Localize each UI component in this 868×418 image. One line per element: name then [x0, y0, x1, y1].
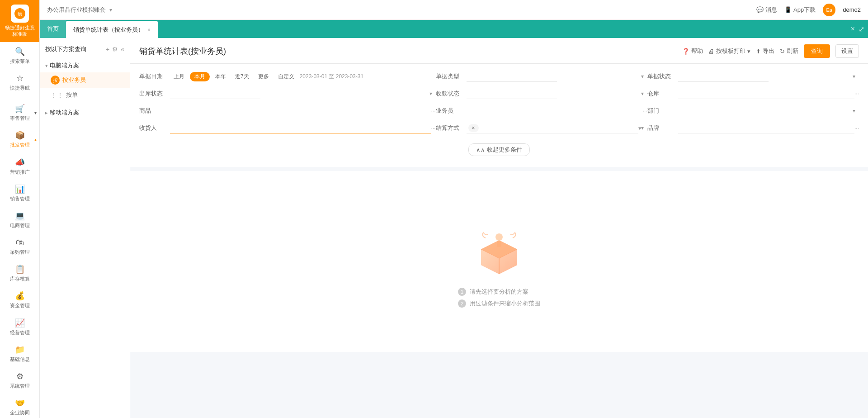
title-dropdown-icon[interactable]: ▾	[109, 7, 112, 13]
doc-status-label: 单据状态	[647, 72, 675, 81]
dept-input[interactable]	[678, 105, 769, 116]
panel-header-text: 按以下方案查询	[45, 45, 86, 53]
staff-item-label: 按业务员	[62, 76, 86, 84]
filter-row-3: 商品 ··· 业务员 ··· 部门	[139, 105, 859, 116]
section-divider	[130, 167, 868, 171]
user-name: demo2	[843, 6, 861, 13]
panel-item-by-order[interactable]: ⋮⋮ 按单	[40, 88, 130, 102]
panel-mobile-header[interactable]: ▸ 移动端方案	[40, 106, 130, 119]
print-button[interactable]: 🖨 按模板打印 ▾	[708, 47, 750, 55]
date-more[interactable]: 更多	[255, 71, 273, 82]
operations-icon: 📈	[15, 318, 25, 328]
date-current-month[interactable]: 本月	[190, 72, 210, 81]
sidebar-item-marketing[interactable]: 📣 营销推广	[0, 153, 39, 180]
pay-status-label: 收款状态	[436, 90, 463, 98]
payment-tag-close[interactable]: ×	[472, 125, 475, 131]
right-content: 销货单统计表(按业务员) ❓ 帮助 🖨 按模板打印 ▾ ⬆ 导出	[130, 38, 868, 418]
header-right: 💬 消息 📱 App下载 Ea demo2	[756, 4, 861, 16]
user-avatar[interactable]: Ea	[823, 4, 835, 16]
doc-type-input[interactable]	[467, 71, 557, 82]
out-status-select-wrapper	[170, 88, 436, 99]
pay-status-input[interactable]	[467, 88, 557, 99]
receiver-label: 收货人	[139, 124, 166, 132]
query-button[interactable]: 查询	[804, 44, 830, 58]
panel-desktop-header[interactable]: ▾ 电脑端方案	[40, 59, 130, 72]
sidebar-item-inventory[interactable]: 📋 库存核算	[0, 260, 39, 286]
goods-more-icon[interactable]: ···	[431, 108, 436, 114]
help-button[interactable]: ❓ 帮助	[682, 47, 703, 55]
logo-area[interactable]: 畅 畅捷通好生意 标准版	[0, 0, 39, 42]
app-download-button[interactable]: 📱 App下载	[784, 6, 816, 14]
sidebar-navigation: 🔍 搜索菜单 ☆ 快捷导航 🛒 零售管理 ▾ 📦 批发管理 ▴ 📣 营销推广 📊…	[0, 42, 39, 418]
date-custom[interactable]: 自定义	[274, 71, 298, 82]
refresh-button[interactable]: ↻ 刷新	[780, 47, 798, 55]
filter-doc-type: 单据类型	[436, 71, 647, 82]
sidebar-item-retail[interactable]: 🛒 零售管理 ▾	[0, 99, 39, 126]
warehouse-input[interactable]	[678, 88, 854, 99]
staff-input[interactable]	[467, 105, 643, 116]
receiver-more-icon[interactable]: ···	[431, 125, 436, 131]
doc-status-input[interactable]	[678, 71, 769, 82]
purchase-icon: 🛍	[16, 238, 24, 247]
filter-pay-status: 收款状态	[436, 88, 647, 99]
message-button[interactable]: 💬 消息	[756, 6, 777, 14]
app-title: 办公用品行业模拟账套	[47, 6, 106, 14]
brand-input[interactable]	[678, 123, 854, 133]
filter-row-4: 收货人 ··· 结算方式 × ▾	[139, 123, 859, 133]
tab-maximize-action[interactable]: ⤢	[859, 25, 864, 33]
sidebar-item-purchase[interactable]: 🛍 采购管理	[0, 233, 39, 260]
staff-filter-label: 业务员	[436, 107, 463, 115]
sidebar-item-basics[interactable]: 📁 基础信息	[0, 340, 39, 367]
tab-close-icon[interactable]: ×	[147, 27, 151, 33]
filter-row-2: 出库状态 收款状态 仓库 ···	[139, 88, 859, 99]
panel-collapse-icon[interactable]: «	[121, 46, 124, 53]
sidebar-quick-nav[interactable]: ☆ 快捷导航	[0, 69, 39, 95]
brand-more-icon[interactable]: ···	[854, 125, 859, 131]
basics-icon: 📁	[15, 345, 25, 355]
settings-button[interactable]: 设置	[835, 44, 859, 58]
sidebar-item-system[interactable]: ⚙ 系统管理	[0, 367, 39, 394]
tab-active[interactable]: 销货单统计表（按业务员） ×	[66, 21, 158, 39]
receiver-input[interactable]	[170, 123, 431, 133]
home-tab-label: 首页	[47, 25, 59, 33]
staff-more-icon[interactable]: ···	[643, 108, 647, 114]
tab-home[interactable]: 首页	[40, 20, 66, 38]
active-tab-label: 销货单统计表（按业务员）	[73, 26, 144, 34]
sidebar-item-wholesale[interactable]: 📦 批发管理 ▴	[0, 126, 39, 152]
out-status-label: 出库状态	[139, 90, 166, 98]
refresh-label: 刷新	[787, 47, 798, 55]
payment-dropdown-icon[interactable]: ▾	[638, 125, 642, 132]
filter-receiver: 收货人 ···	[139, 123, 436, 133]
panel-settings-icon[interactable]: ⚙	[112, 46, 118, 53]
goods-input[interactable]	[170, 105, 431, 116]
panel-add-icon[interactable]: +	[106, 46, 109, 53]
page-header: 销货单统计表(按业务员) ❓ 帮助 🖨 按模板打印 ▾ ⬆ 导出	[130, 38, 868, 64]
date-last-7days[interactable]: 近7天	[231, 71, 253, 82]
collapse-button[interactable]: ∧∧ 收起更多条件	[468, 143, 530, 156]
svg-point-7	[495, 233, 503, 241]
collapse-btn-label: 收起更多条件	[487, 146, 522, 154]
filter-date: 单据日期 上月 本月 本年 近7天 更多 自定义 2023-03-01 至 20…	[139, 71, 436, 82]
sidebar-item-operations[interactable]: 📈 经营管理	[0, 314, 39, 340]
settings-label: 设置	[841, 47, 853, 55]
sidebar-item-sales[interactable]: 📊 销售管理	[0, 180, 39, 206]
date-range-text: 2023-03-01 至 2023-03-31	[300, 73, 363, 81]
tab-close-action[interactable]: ×	[851, 25, 855, 33]
ecommerce-icon: 💻	[15, 211, 25, 221]
message-icon: 💬	[756, 6, 764, 13]
warehouse-more-icon[interactable]: ···	[854, 90, 859, 97]
goods-label: 商品	[139, 107, 166, 115]
sidebar-search-menu[interactable]: 🔍 搜索菜单	[0, 42, 39, 69]
filter-row-1: 单据日期 上月 本月 本年 近7天 更多 自定义 2023-03-01 至 20…	[139, 71, 859, 82]
export-button[interactable]: ⬆ 导出	[756, 47, 774, 55]
filter-area: 单据日期 上月 本月 本年 近7天 更多 自定义 2023-03-01 至 20…	[130, 64, 868, 167]
sidebar-item-finance[interactable]: 💰 资金管理	[0, 286, 39, 313]
date-last-month[interactable]: 上月	[170, 71, 188, 82]
out-status-input[interactable]	[170, 88, 260, 99]
desktop-expand-icon: ▾	[45, 63, 48, 69]
panel-item-by-staff[interactable]: 按 按业务员	[40, 72, 130, 88]
date-current-year[interactable]: 本年	[212, 71, 230, 82]
sidebar-item-corp[interactable]: 🤝 企业协同	[0, 394, 39, 418]
sidebar-item-ecommerce[interactable]: 💻 电商管理	[0, 206, 39, 233]
logo-icon: 畅	[11, 5, 29, 23]
